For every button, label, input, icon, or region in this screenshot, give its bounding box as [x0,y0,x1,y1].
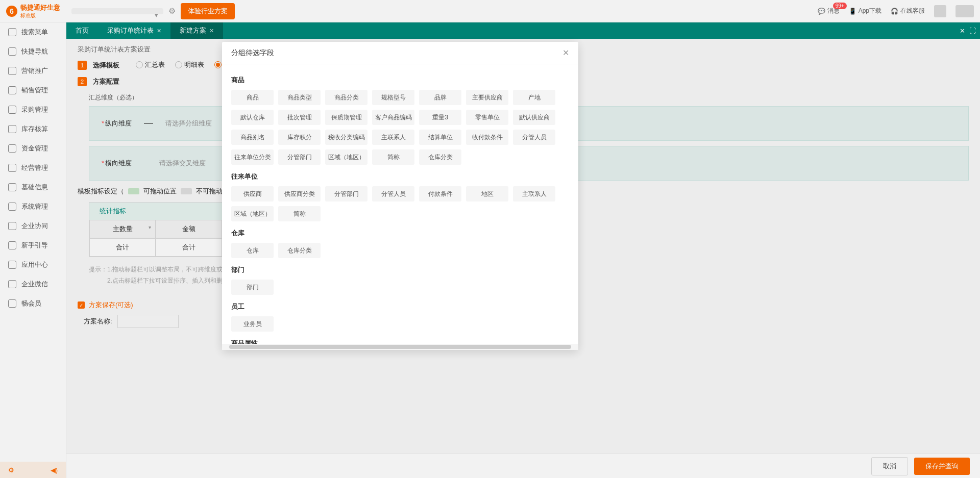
modal-mask[interactable] [0,0,980,22]
